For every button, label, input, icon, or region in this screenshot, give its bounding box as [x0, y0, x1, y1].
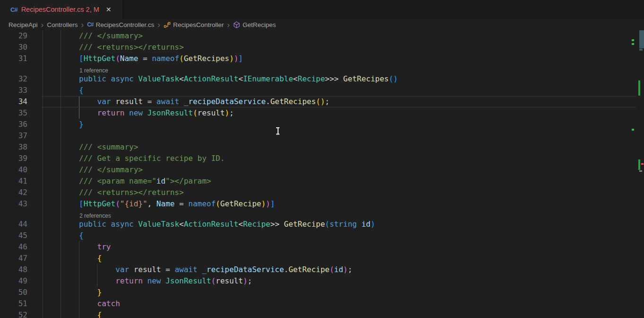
- code-row[interactable]: 30 /// <returns></returns>: [0, 42, 644, 53]
- breadcrumb-label: RecipesController.cs: [96, 21, 155, 28]
- code-row[interactable]: 48 var result = await _recipeDataService…: [0, 264, 644, 275]
- line-number[interactable]: 44: [0, 219, 27, 230]
- code-row[interactable]: 29 /// </summary>: [0, 30, 644, 42]
- code-row[interactable]: 45 {: [0, 230, 644, 241]
- line-number[interactable]: 50: [0, 287, 27, 298]
- code-line: return new JsonResult(result);: [43, 275, 252, 287]
- breadcrumb-item-class[interactable]: RecipesController: [164, 21, 224, 28]
- code-row[interactable]: 35 return new JsonResult(result);: [0, 107, 644, 119]
- code-line: var result = await _recipeDataService.Ge…: [43, 96, 330, 107]
- line-number[interactable]: 43: [0, 198, 27, 210]
- chevron-right-icon: ›: [227, 21, 230, 29]
- code-line: return new JsonResult(result);: [43, 107, 234, 119]
- scrollbar-thumb[interactable]: [639, 30, 644, 48]
- code-line: /// <param name="id"></param>: [43, 176, 211, 187]
- code-row[interactable]: 33 {: [0, 85, 644, 96]
- code-rows: 29 /// </summary>30 /// <returns></retur…: [0, 30, 644, 318]
- tab-recipescontroller[interactable]: C# RecipesController.cs 2, M ✕: [0, 0, 122, 19]
- code-line: public async ValueTask<ActionResult<IEnu…: [43, 73, 398, 85]
- code-line: {: [43, 309, 102, 318]
- line-number[interactable]: 47: [0, 253, 27, 264]
- line-number[interactable]: 29: [0, 30, 27, 42]
- code-line: }: [43, 287, 102, 298]
- code-row[interactable]: 47 {: [0, 253, 644, 264]
- code-line: /// Get a specific recipe by ID.: [43, 153, 225, 164]
- code-editor[interactable]: 29 /// </summary>30 /// <returns></retur…: [0, 30, 644, 318]
- code-row[interactable]: 32 public async ValueTask<ActionResult<I…: [0, 73, 644, 85]
- line-number[interactable]: 37: [0, 130, 27, 141]
- line-number[interactable]: 31: [0, 53, 27, 64]
- line-number[interactable]: 32: [0, 73, 27, 85]
- breadcrumb-item-method[interactable]: GetRecipes: [233, 21, 276, 28]
- code-row[interactable]: 34 var result = await _recipeDataService…: [0, 96, 644, 107]
- code-row[interactable]: 38 /// <summary>: [0, 141, 644, 153]
- code-line: /// </summary>: [43, 164, 143, 176]
- breadcrumb-label: RecipeApi: [9, 21, 38, 28]
- breadcrumb: RecipeApi › Controllers › C# RecipesCont…: [0, 19, 644, 30]
- code-line: [HttpGet(Name = nameof(GetRecipes))]: [43, 53, 243, 64]
- code-line: var result = await _recipeDataService.Ge…: [43, 264, 352, 275]
- line-number[interactable]: 51: [0, 298, 27, 309]
- code-row[interactable]: 42 /// <returns></returns>: [0, 187, 644, 198]
- code-row[interactable]: 39 /// Get a specific recipe by ID.: [0, 153, 644, 164]
- code-row[interactable]: 40 /// </summary>: [0, 164, 644, 176]
- line-number[interactable]: 48: [0, 264, 27, 275]
- code-row[interactable]: 44 public async ValueTask<ActionResult<R…: [0, 219, 644, 230]
- chevron-right-icon: ›: [41, 21, 44, 29]
- code-row[interactable]: 43 [HttpGet("{id}", Name = nameof(GetRec…: [0, 198, 644, 210]
- breadcrumb-label: RecipesController: [173, 21, 224, 28]
- code-line: try: [43, 241, 111, 253]
- code-row[interactable]: 52 {: [0, 309, 644, 318]
- line-number[interactable]: 39: [0, 153, 27, 164]
- code-line: {: [43, 85, 84, 96]
- code-line: {: [43, 253, 102, 264]
- line-number[interactable]: 49: [0, 275, 27, 287]
- line-number[interactable]: 45: [0, 230, 27, 241]
- tab-bar: C# RecipesController.cs 2, M ✕: [0, 0, 644, 19]
- code-row[interactable]: 31 [HttpGet(Name = nameof(GetRecipes))]: [0, 53, 644, 64]
- csharp-file-icon: C#: [87, 21, 93, 28]
- chevron-right-icon: ›: [81, 21, 84, 29]
- code-line: }: [43, 119, 84, 130]
- code-line: /// <returns></returns>: [43, 42, 184, 53]
- breadcrumb-label: Controllers: [47, 21, 78, 28]
- code-line: [HttpGet("{id}", Name = nameof(GetRecipe…: [43, 198, 275, 210]
- line-number[interactable]: 34: [0, 96, 27, 107]
- code-row[interactable]: 51 catch: [0, 298, 644, 309]
- line-number[interactable]: 35: [0, 107, 27, 119]
- symbol-method-icon: [233, 21, 240, 28]
- code-row[interactable]: 36 }: [0, 119, 644, 130]
- breadcrumb-label: GetRecipes: [243, 21, 276, 28]
- line-number[interactable]: 42: [0, 187, 27, 198]
- close-icon[interactable]: ✕: [106, 6, 112, 13]
- line-number[interactable]: 52: [0, 309, 27, 318]
- chevron-right-icon: ›: [157, 21, 160, 29]
- line-number[interactable]: 46: [0, 241, 27, 253]
- line-number[interactable]: 40: [0, 164, 27, 176]
- breadcrumb-item-file[interactable]: C# RecipesController.cs: [87, 21, 154, 28]
- code-row[interactable]: 41 /// <param name="id"></param>: [0, 176, 644, 187]
- line-number[interactable]: 41: [0, 176, 27, 187]
- code-line: /// <summary>: [43, 141, 138, 153]
- codelens-row[interactable]: 1 reference: [0, 64, 644, 73]
- symbol-class-icon: [164, 21, 171, 28]
- code-line: {: [43, 230, 84, 241]
- code-row[interactable]: 46 try: [0, 241, 644, 253]
- code-line: /// </summary>: [43, 30, 143, 42]
- line-number[interactable]: 36: [0, 119, 27, 130]
- code-row[interactable]: 50 }: [0, 287, 644, 298]
- code-row[interactable]: 37: [0, 130, 644, 141]
- tab-label: RecipesController.cs 2, M: [21, 6, 99, 13]
- breadcrumb-item-controllers[interactable]: Controllers: [47, 21, 78, 28]
- line-number[interactable]: 30: [0, 42, 27, 53]
- code-line: /// <returns></returns>: [43, 187, 184, 198]
- breadcrumb-item-recipeapi[interactable]: RecipeApi: [9, 21, 38, 28]
- csharp-file-icon: C#: [10, 6, 17, 13]
- line-number[interactable]: 33: [0, 85, 27, 96]
- line-number[interactable]: 38: [0, 141, 27, 153]
- code-line: catch: [43, 298, 120, 309]
- codelens-row[interactable]: 2 references: [0, 210, 644, 219]
- code-line: public async ValueTask<ActionResult<Reci…: [43, 219, 375, 230]
- code-row[interactable]: 49 return new JsonResult(result);: [0, 275, 644, 287]
